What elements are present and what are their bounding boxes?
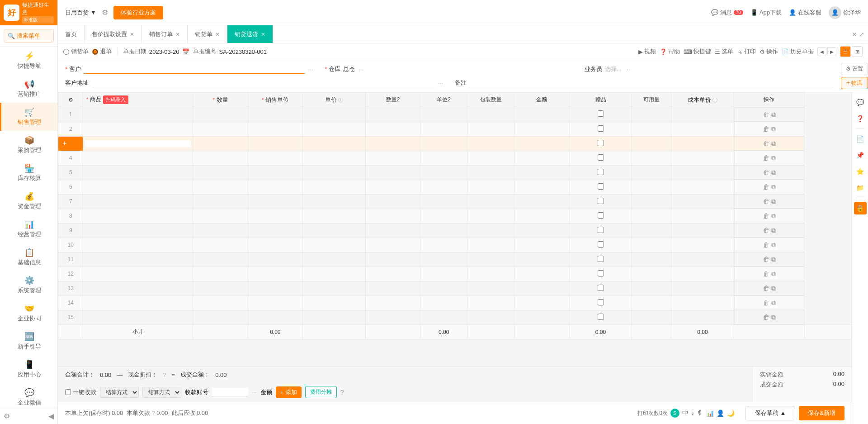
sidebar-item-marketing[interactable]: 📢 营销推广 [0,75,57,103]
history-action[interactable]: 📄 历史单据 [782,48,814,56]
delete-row-icon-15[interactable]: 🗑 [763,314,769,321]
video-action[interactable]: ▶ 视频 [638,48,656,56]
product-input-3[interactable] [85,140,191,147]
sidebar-item-inventory[interactable]: 🏪 库存核算 [0,159,57,187]
account-input[interactable] [212,388,248,396]
side-chat-icon[interactable]: 💬 [854,96,867,109]
account-dots[interactable]: ··· [252,389,257,395]
expense-help-icon[interactable]: ? [340,389,344,396]
delete-row-icon-7[interactable]: 🗑 [763,198,769,205]
delete-row-icon-11[interactable]: 🗑 [763,256,769,263]
copy-row-icon-1[interactable]: ⧉ [771,111,776,119]
help-action[interactable]: ❓ 帮助 [660,48,680,56]
copy-row-icon-5[interactable]: ⧉ [771,169,776,176]
copy-row-icon-2[interactable]: ⧉ [771,125,776,133]
user-profile[interactable]: 👤 徐泽华 [829,6,861,19]
sidebar-item-shortcut[interactable]: ⚡ 快捷导航 [0,47,57,75]
print-action[interactable]: 🖨 打印 [737,48,756,56]
gift-checkbox-4[interactable] [598,154,604,161]
copy-row-icon-15[interactable]: ⧉ [771,314,776,321]
delete-row-icon-2[interactable]: 🗑 [763,125,769,133]
sidebar-item-enterprise[interactable]: 🤝 企业协同 [0,299,57,327]
sidebar-item-system[interactable]: ⚙️ 系统管理 [0,271,57,299]
grid-view-btn[interactable]: ⊞ [852,46,863,57]
status-icon-3[interactable]: ♪ [691,410,694,417]
next-arrow[interactable]: ▶ [827,47,836,56]
settings-bottom-icon[interactable]: ⚙ [4,412,10,420]
status-icon-6[interactable]: 👤 [717,410,724,417]
gift-checkbox-11[interactable] [598,256,604,262]
status-icon-1[interactable]: S [670,409,679,418]
sidebar-item-guide[interactable]: 🆕 新手引导 [0,327,57,355]
one-click-pay-checkbox[interactable]: 一键收款 [65,388,96,396]
side-pin-icon[interactable]: 📌 [854,149,867,162]
warehouse-dots[interactable]: ··· [358,66,364,73]
gift-checkbox-13[interactable] [598,285,604,291]
tab-expand-icon[interactable]: ⤢ [859,31,864,38]
tab-close-sales-return[interactable]: ✕ [261,31,265,38]
copy-row-icon-6[interactable]: ⧉ [771,183,776,191]
gift-checkbox-1[interactable] [598,110,604,117]
add-row-btn[interactable]: + [60,139,69,148]
tab-sales-return[interactable]: 销货退货 ✕ [227,25,273,43]
address-dots[interactable]: ··· [437,80,444,86]
delete-row-icon-1[interactable]: 🗑 [763,111,769,118]
gift-checkbox-15[interactable] [598,314,604,320]
gift-checkbox-5[interactable] [598,169,604,175]
cash-discount-help[interactable]: ? [163,372,166,378]
sidebar-item-apps[interactable]: 📱 应用中心 [0,355,57,383]
delete-row-icon-12[interactable]: 🗑 [763,270,769,277]
settlement-select[interactable]: 结算方式 [100,387,139,398]
status-icon-5[interactable]: 📊 [706,410,714,417]
scan-input-btn[interactable]: 扫码录入 [103,95,128,104]
radio-return[interactable]: 退单 [92,48,112,56]
sidebar-item-finance[interactable]: 💰 资金管理 [0,187,57,215]
gift-checkbox-7[interactable] [598,198,604,204]
gift-checkbox-10[interactable] [598,241,604,248]
shortcut-action[interactable]: ⌨ 快捷键 [684,48,711,56]
side-star-icon[interactable]: ⭐ [854,165,867,178]
staff-dots[interactable]: ··· [624,66,631,73]
sidebar-search[interactable]: 🔍 搜索菜单 [0,25,57,47]
status-icon-7[interactable]: 🌙 [727,410,735,417]
tab-sales[interactable]: 销货单 ✕ [188,25,227,43]
app-download-btn[interactable]: 📱 App下载 [750,9,782,17]
copy-row-icon-4[interactable]: ⧉ [771,154,776,162]
search-menu-button[interactable]: 🔍 搜索菜单 [4,29,54,43]
copy-row-icon-7[interactable]: ⧉ [771,198,776,205]
delete-row-icon-3[interactable]: 🗑 [763,140,769,147]
topbar-gear-icon[interactable]: ⚙ [102,8,108,17]
save-new-btn[interactable]: 保存&新增 [799,406,844,420]
save-draft-btn[interactable]: 保存草稿 ▲ [745,406,796,420]
delete-row-icon-9[interactable]: 🗑 [763,227,769,234]
select-action[interactable]: ☰ 选单 [715,48,733,56]
gift-checkbox-12[interactable] [598,270,604,276]
message-btn[interactable]: 💬 消息 70 [711,9,743,17]
customer-dots[interactable]: ··· [307,66,314,73]
copy-row-icon-10[interactable]: ⧉ [771,241,776,249]
address-input[interactable] [91,78,434,87]
delete-row-icon-6[interactable]: 🗑 [763,183,769,191]
expense-split-btn[interactable]: 费用分摊 [305,386,337,398]
gift-checkbox-6[interactable] [598,183,604,190]
delete-row-icon-13[interactable]: 🗑 [763,285,769,292]
gift-checkbox-2[interactable] [598,125,604,132]
copy-row-icon-9[interactable]: ⧉ [771,227,776,234]
prev-arrow[interactable]: ◀ [817,47,826,56]
industry-dropdown[interactable]: 日用百货 ▼ [65,9,96,17]
delete-row-icon-10[interactable]: 🗑 [763,241,769,248]
tab-sales-order[interactable]: 销售订单 ✕ [142,25,188,43]
col-settings-header[interactable]: ⚙ [58,93,83,107]
status-icon-4[interactable]: 🎙 [697,410,703,417]
side-folder-icon[interactable]: 📁 [854,181,867,194]
side-help-icon[interactable]: ❓ [854,112,867,125]
logistics-btn[interactable]: + 物流 [841,77,868,89]
copy-row-icon-13[interactable]: ⧉ [771,285,776,292]
tab-close-sales[interactable]: ✕ [215,31,220,38]
operate-action[interactable]: ⚙ 操作 [760,48,778,56]
delete-row-icon-4[interactable]: 🗑 [763,154,769,162]
gift-checkbox-14[interactable] [598,299,604,305]
copy-row-icon-14[interactable]: ⧉ [771,299,776,307]
delete-row-icon-5[interactable]: 🗑 [763,169,769,176]
copy-row-icon-3[interactable]: ⧉ [771,140,776,148]
